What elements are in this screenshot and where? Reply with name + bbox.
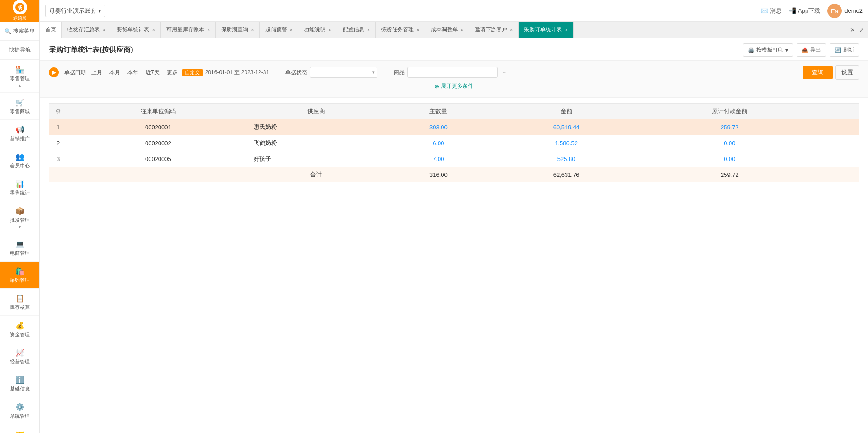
expand-conditions-button[interactable]: ⊕ 展开更多条件	[434, 82, 473, 90]
refresh-label: 刷新	[843, 46, 854, 54]
date-custom-tag[interactable]: 自定义	[182, 69, 203, 76]
footer-extra	[821, 167, 859, 183]
tab-warranty[interactable]: 保质期查询 ×	[216, 22, 259, 38]
sidebar-item-enterprise[interactable]: 🤝 企业协同	[0, 424, 39, 433]
sidebar-logo[interactable]: 畅 标题版	[0, 0, 39, 22]
tab-purchase-order-summary-close[interactable]: ×	[565, 27, 567, 33]
tab-home[interactable]: 首页	[40, 22, 62, 38]
tab-config-info-close[interactable]: ×	[367, 27, 370, 33]
tab-config-info[interactable]: 配置信息 ×	[337, 22, 376, 38]
date-last-month[interactable]: 上月	[89, 68, 105, 77]
tab-cost-adjust-close[interactable]: ×	[461, 27, 463, 33]
tab-invite-downstream-close[interactable]: ×	[510, 27, 513, 33]
table-row: 2 00020002 飞鹤奶粉 6.00 1,586.52 0.00	[49, 135, 859, 151]
quick-nav-section: 快捷导航	[0, 41, 39, 60]
sidebar-item-retail-manage[interactable]: 🏪 零售管理 ▲	[0, 60, 39, 93]
member-icon: 👥	[15, 152, 24, 161]
sidebar-item-retail-stats[interactable]: 📊 零售统计	[0, 174, 39, 201]
sidebar-item-basic-info[interactable]: ℹ️ 基础信息	[0, 370, 39, 397]
tab-overstock[interactable]: 超储预警 ×	[260, 22, 298, 38]
row3-no: 3	[49, 151, 67, 167]
sidebar-item-member[interactable]: 👥 会员中心	[0, 147, 39, 174]
goods-more-icon[interactable]: ···	[502, 69, 507, 76]
row1-no: 1	[49, 119, 67, 135]
sidebar-item-wholesale[interactable]: 📦 批发管理 ▼	[0, 201, 39, 234]
account-dropdown[interactable]: 母婴行业演示账套 ▾	[45, 5, 105, 17]
system-label: 系统管理	[10, 413, 30, 419]
sidebar-item-purchase[interactable]: 🛍️ 采购管理	[0, 262, 39, 289]
row1-amount: 60,519.44	[494, 119, 639, 135]
close-all-tabs-button[interactable]: ✕	[850, 26, 855, 33]
tab-warranty-close[interactable]: ×	[251, 27, 254, 33]
sidebar-item-retail-mall[interactable]: 🛒 零售商城	[0, 93, 39, 120]
print-arrow-icon: ▾	[785, 47, 788, 53]
row3-amount-link[interactable]: 525.80	[557, 156, 576, 162]
tab-overstock-close[interactable]: ×	[290, 27, 292, 33]
logo-icon: 畅	[13, 0, 27, 14]
table-footer-row: 合计 316.00 62,631.76 259.72	[49, 167, 859, 183]
sidebar-item-finance[interactable]: 💰 资金管理	[0, 316, 39, 343]
tab-invite-downstream[interactable]: 邀请下游客户 ×	[469, 22, 519, 38]
filter-collapse-button[interactable]: ▶	[49, 67, 59, 77]
footer-qty: 316.00	[383, 167, 494, 183]
expand-tabs-button[interactable]: ⤢	[859, 26, 864, 33]
tab-config-info-label: 配置信息	[343, 26, 364, 33]
tab-cost-adjust[interactable]: 成本调整单 ×	[425, 22, 469, 38]
filter-actions: 查询 设置	[803, 65, 859, 80]
basic-info-label: 基础信息	[10, 385, 30, 392]
status-select[interactable]	[310, 67, 377, 78]
table-row: 3 00020005 好孩子 7.00 525.80 0.00	[49, 151, 859, 167]
query-button[interactable]: 查询	[803, 66, 833, 79]
row3-qty-link[interactable]: 7.00	[433, 156, 444, 162]
tab-order-summary[interactable]: 要货单统计表 ×	[111, 22, 160, 38]
sidebar-item-ecommerce[interactable]: 💻 电商管理	[0, 234, 39, 262]
tab-inventory-ledger-close[interactable]: ×	[207, 27, 210, 33]
message-button[interactable]: ✉️ 消息	[761, 7, 782, 15]
tab-picking-task[interactable]: 拣货任务管理 ×	[376, 22, 425, 38]
tab-function-desc-close[interactable]: ×	[328, 27, 331, 33]
col-supplier: 供应商	[249, 104, 383, 119]
tab-order-summary-close[interactable]: ×	[152, 27, 155, 33]
user-menu[interactable]: Ea demo2	[827, 4, 863, 18]
sidebar-search-section: 🔍 搜索菜单	[0, 22, 39, 41]
sidebar-item-inventory[interactable]: 📋 库存核算	[0, 289, 39, 316]
settings-icon[interactable]: ⚙	[55, 108, 61, 115]
refresh-button[interactable]: 🔄 刷新	[830, 43, 859, 57]
date-filter-label: 单据日期	[64, 69, 86, 76]
tabbar-actions: ✕ ⤢	[846, 22, 868, 38]
tab-collect-summary[interactable]: 收发存汇总表 ×	[62, 22, 111, 38]
tab-inventory-ledger[interactable]: 可用量库存账本 ×	[161, 22, 216, 38]
ecommerce-icon: 💻	[15, 240, 24, 248]
row2-paid-link[interactable]: 0.00	[724, 140, 735, 147]
tab-function-desc[interactable]: 功能说明 ×	[298, 22, 337, 38]
goods-input[interactable]	[407, 67, 498, 78]
row1-amount-link[interactable]: 60,519.44	[553, 124, 580, 131]
row2-qty-link[interactable]: 6.00	[433, 140, 444, 147]
tab-purchase-order-summary-label: 采购订单统计表	[524, 26, 562, 33]
svg-text:Ea: Ea	[831, 8, 839, 14]
export-button[interactable]: 📤 导出	[797, 43, 826, 57]
row2-amount-link[interactable]: 1,586.52	[555, 140, 578, 147]
app-download-button[interactable]: 📲 App下载	[789, 7, 820, 15]
tab-purchase-order-summary[interactable]: 采购订单统计表 ×	[519, 22, 573, 38]
date-7days[interactable]: 近7天	[143, 68, 162, 77]
search-menu-button[interactable]: 🔍 搜索菜单	[3, 25, 37, 37]
date-more[interactable]: 更多	[164, 68, 180, 77]
tab-collect-summary-close[interactable]: ×	[103, 27, 105, 33]
row1-paid-link[interactable]: 259.72	[721, 124, 739, 131]
quick-nav-button[interactable]: 快捷导航	[0, 43, 39, 57]
tab-picking-task-close[interactable]: ×	[416, 27, 419, 33]
footer-label: 合计	[249, 167, 383, 183]
sidebar-item-marketing[interactable]: 📢 营销推广	[0, 120, 39, 147]
username-label: demo2	[844, 7, 863, 14]
print-button[interactable]: 🖨️ 按模板打印 ▾	[743, 43, 793, 57]
sidebar-item-system[interactable]: ⚙️ 系统管理	[0, 397, 39, 424]
row3-paid-link[interactable]: 0.00	[724, 156, 735, 162]
page-header-actions: 🖨️ 按模板打印 ▾ 📤 导出 🔄 刷新	[743, 43, 859, 57]
setting-button[interactable]: 设置	[835, 65, 859, 80]
date-this-year[interactable]: 本年	[125, 68, 141, 77]
row1-qty-link[interactable]: 303.00	[429, 124, 448, 131]
retail-stats-icon: 📊	[15, 180, 24, 188]
sidebar-item-operations[interactable]: 📈 经营管理	[0, 343, 39, 370]
date-this-month[interactable]: 本月	[107, 68, 123, 77]
